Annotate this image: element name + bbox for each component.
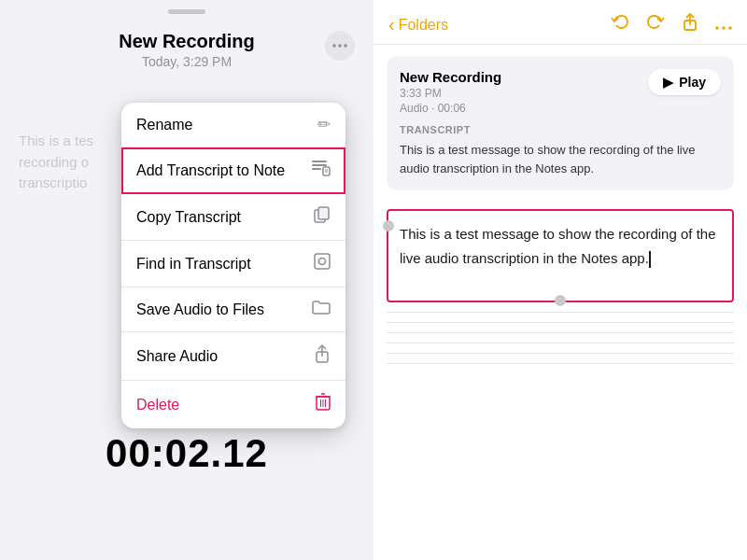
share-icon[interactable] [682,13,698,36]
ruled-lines [387,312,734,364]
left-panel: New Recording Today, 3:29 PM This is a t… [0,0,374,560]
svg-point-26 [728,26,732,30]
transcript-text-card: This is a test message to show the recor… [400,141,721,177]
ruled-line [387,322,734,323]
back-chevron-icon: ‹ [388,14,395,35]
play-button[interactable]: ▶ Play [648,69,721,95]
share-icon [314,344,331,368]
undo-icon[interactable] [611,13,629,36]
rename-label: Rename [136,117,192,133]
menu-item-save-audio[interactable]: Save Audio to Files [121,287,345,332]
card-title: New Recording [400,69,501,85]
right-panel: ‹ Folders [374,0,747,560]
svg-point-2 [344,44,347,48]
menu-item-delete[interactable]: Delete [121,381,345,428]
card-time: 3:33 PM [400,87,501,100]
menu-item-copy-transcript[interactable]: Copy Transcript [121,194,345,241]
selection-handle-top [383,220,394,231]
menu-item-find-transcript[interactable]: Find in Transcript [121,241,345,287]
svg-rect-10 [318,207,329,219]
svg-rect-11 [315,254,330,269]
play-icon: ▶ [663,75,673,90]
copy-icon [314,206,331,228]
notes-area: This is a test message to show the recor… [374,200,747,560]
find-icon [314,253,331,274]
recording-time: Today, 3:29 PM [142,54,232,69]
share-audio-label: Share Audio [136,348,218,365]
header-actions [611,13,732,36]
copy-transcript-label: Copy Transcript [136,209,241,226]
find-transcript-label: Find in Transcript [136,256,251,273]
recording-title: New Recording [119,31,255,52]
menu-item-rename[interactable]: Rename ✏ [121,103,345,147]
svg-rect-4 [312,164,327,166]
svg-point-1 [338,44,342,48]
back-label: Folders [399,17,448,34]
menu-item-share-audio[interactable]: Share Audio [121,332,345,381]
pencil-icon: ✏ [317,115,331,134]
card-row-top: New Recording 3:33 PM Audio · 00:06 ▶ Pl… [400,69,721,115]
ruled-line [387,353,734,354]
svg-point-12 [319,259,326,265]
svg-rect-5 [312,168,321,170]
back-button[interactable]: ‹ Folders [388,14,448,35]
menu-item-add-transcript[interactable]: Add Transcript to Note [121,147,345,194]
right-header: ‹ Folders [374,0,747,45]
svg-rect-3 [312,161,327,162]
delete-label: Delete [136,397,179,413]
svg-point-25 [722,26,726,30]
text-cursor [649,251,651,268]
selection-handle-bottom [555,295,566,306]
ruled-line [387,312,734,313]
ruled-line [387,363,734,364]
notes-text-content: This is a test message to show the recor… [400,226,716,266]
ellipsis-icon [332,44,347,48]
ruled-line [387,332,734,333]
ruled-line [387,343,734,343]
recording-card: New Recording 3:33 PM Audio · 00:06 ▶ Pl… [387,56,734,190]
context-menu: Rename ✏ Add Transcript to Note Copy Tra… [121,103,345,428]
card-info: New Recording 3:33 PM Audio · 00:06 [400,69,501,115]
more-icon[interactable] [715,15,732,35]
transcript-section-label: TRANSCRIPT [400,124,721,135]
more-button[interactable] [325,31,355,61]
trash-icon [316,393,331,416]
notes-text-box[interactable]: This is a test message to show the recor… [387,209,734,302]
svg-point-0 [332,44,336,48]
recording-header: New Recording Today, 3:29 PM [0,14,374,78]
redo-icon[interactable] [646,13,665,36]
save-audio-label: Save Audio to Files [136,301,264,318]
notes-text: This is a test message to show the recor… [400,222,721,270]
transcript-icon [312,160,331,181]
timer-display: 00:02.12 [0,431,374,476]
svg-point-24 [715,26,719,30]
folder-icon [312,300,331,319]
add-transcript-label: Add Transcript to Note [136,162,285,179]
play-label: Play [679,75,706,90]
card-audio-meta: Audio · 00:06 [400,102,501,115]
